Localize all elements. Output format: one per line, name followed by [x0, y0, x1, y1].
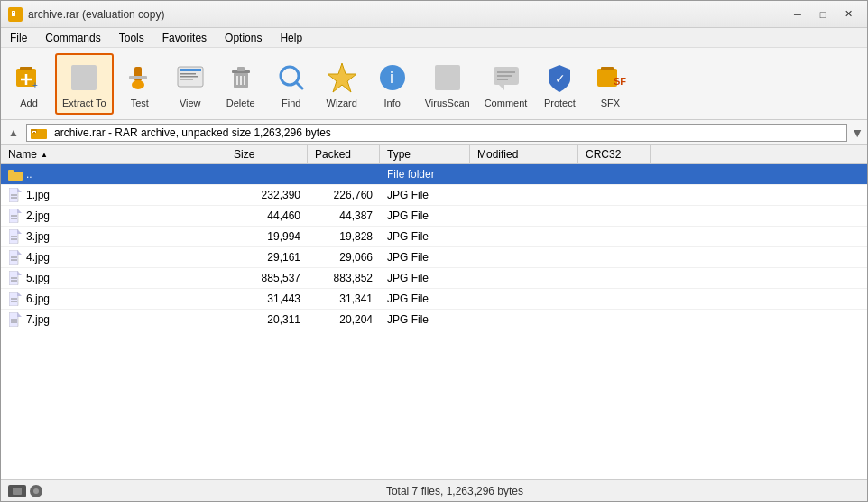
file-type-cell: JPG File	[380, 310, 470, 330]
app-icon	[8, 7, 23, 22]
svg-rect-17	[180, 79, 193, 80]
file-modified-cell	[470, 164, 578, 184]
menu-item-tools[interactable]: Tools	[110, 28, 153, 47]
view-icon	[172, 60, 208, 96]
svg-rect-14	[180, 69, 201, 71]
archive-icon	[31, 126, 47, 139]
address-chevron[interactable]: ▼	[851, 126, 863, 140]
nav-up-button[interactable]: ▲	[5, 124, 23, 142]
svg-marker-50	[17, 209, 22, 213]
table-row[interactable]: 2.jpg44,46044,387JPG File	[1, 206, 867, 227]
file-size-cell: 19,994	[226, 227, 308, 246]
file-crc32-cell	[578, 185, 651, 205]
toolbar-comment-button[interactable]: Comment	[478, 53, 534, 115]
svg-rect-15	[180, 73, 196, 75]
table-row[interactable]: 4.jpg29,16129,066JPG File	[1, 247, 867, 268]
toolbar-add-button[interactable]: +Add	[5, 53, 53, 115]
svg-text:SFX: SFX	[614, 76, 626, 87]
menu-item-options[interactable]: Options	[216, 28, 271, 47]
address-bar: ▲ archive.rar - RAR archive, unpacked si…	[1, 120, 867, 145]
file-packed-cell: 883,852	[308, 268, 380, 288]
file-crc32-cell	[578, 206, 651, 226]
file-name-text: 4.jpg	[26, 251, 50, 264]
file-type-cell: File folder	[380, 164, 470, 184]
title-bar: archive.rar (evaluation copy) ─ □ ✕	[1, 1, 867, 28]
svg-rect-2	[13, 12, 14, 13]
svg-text:✓: ✓	[555, 71, 566, 86]
file-packed-cell: 19,828	[308, 227, 380, 246]
toolbar-test-label: Test	[131, 98, 149, 108]
menu-item-favorites[interactable]: Favorites	[153, 28, 216, 47]
toolbar-extract-to-button[interactable]: Extract To	[55, 53, 114, 115]
table-row[interactable]: 1.jpg232,390226,760JPG File	[1, 185, 867, 206]
file-crc32-cell	[578, 268, 651, 288]
file-name-cell: ..	[1, 164, 226, 184]
table-row[interactable]: 6.jpg31,44331,341JPG File	[1, 289, 867, 310]
svg-marker-70	[17, 312, 22, 317]
file-packed-cell: 226,760	[308, 185, 380, 205]
svg-rect-12	[129, 76, 147, 79]
table-row[interactable]: 7.jpg20,31120,204JPG File	[1, 310, 867, 330]
file-icon	[8, 188, 23, 202]
file-modified-cell	[470, 206, 578, 226]
menu-item-help[interactable]: Help	[271, 28, 311, 47]
table-row[interactable]: ..File folder	[1, 164, 867, 185]
col-header-crc32[interactable]: CRC32	[578, 145, 651, 163]
file-type-cell: JPG File	[380, 185, 470, 205]
svg-text:+: +	[32, 80, 38, 90]
svg-rect-16	[180, 76, 198, 78]
maximize-button[interactable]: □	[811, 5, 835, 23]
svg-rect-29	[435, 65, 460, 90]
column-headers: Name▲SizePackedTypeModifiedCRC32	[1, 145, 867, 164]
file-name-cell: 1.jpg	[1, 185, 226, 205]
svg-marker-31	[499, 85, 504, 90]
col-header-packed[interactable]: Packed	[308, 145, 380, 163]
toolbar-wizard-button[interactable]: Wizard	[318, 53, 366, 115]
table-row[interactable]: 5.jpg885,537883,852JPG File	[1, 268, 867, 289]
col-header-size[interactable]: Size	[226, 145, 308, 163]
file-crc32-cell	[578, 227, 651, 246]
protect-icon: ✓	[541, 60, 577, 96]
file-packed-cell: 44,387	[308, 206, 380, 226]
toolbar-info-button[interactable]: iInfo	[368, 53, 417, 115]
table-row[interactable]: 3.jpg19,99419,828JPG File	[1, 227, 867, 247]
file-modified-cell	[470, 289, 578, 309]
title-bar-controls: ─ □ ✕	[786, 5, 860, 23]
close-button[interactable]: ✕	[836, 5, 860, 23]
file-name-text: 5.jpg	[26, 272, 50, 284]
file-packed-cell: 31,341	[308, 289, 380, 309]
svg-marker-66	[17, 292, 22, 296]
status-text: Total 7 files, 1,263,296 bytes	[50, 485, 860, 497]
toolbar-delete-button[interactable]: Delete	[217, 53, 265, 115]
toolbar-comment-label: Comment	[485, 98, 528, 108]
extract-to-icon	[66, 60, 102, 96]
col-header-type[interactable]: Type	[380, 145, 470, 163]
toolbar-wizard-label: Wizard	[327, 98, 357, 108]
file-name-text: 1.jpg	[26, 189, 50, 201]
menu-item-file[interactable]: File	[1, 28, 36, 47]
col-header-name[interactable]: Name▲	[1, 145, 226, 163]
file-icon	[8, 312, 23, 327]
toolbar-find-button[interactable]: Find	[267, 53, 316, 115]
file-list[interactable]: Name▲SizePackedTypeModifiedCRC32 ..File …	[1, 145, 867, 479]
col-header-modified[interactable]: Modified	[470, 145, 578, 163]
svg-rect-5	[20, 67, 32, 70]
menu-item-commands[interactable]: Commands	[36, 28, 109, 47]
file-size-cell: 20,311	[226, 310, 308, 330]
svg-rect-20	[237, 67, 245, 71]
virusscan-icon	[429, 60, 466, 96]
file-name-cell: 7.jpg	[1, 310, 226, 330]
toolbar-sfx-label: SFX	[601, 98, 620, 108]
minimize-button[interactable]: ─	[786, 5, 809, 23]
toolbar-protect-button[interactable]: ✓Protect	[535, 53, 584, 115]
file-packed-cell	[308, 164, 380, 184]
toolbar-virusscan-button[interactable]: VirusScan	[419, 53, 476, 115]
address-text: archive.rar - RAR archive, unpacked size…	[51, 126, 843, 139]
toolbar-info-label: Info	[384, 98, 401, 108]
file-modified-cell	[470, 310, 578, 330]
toolbar-view-button[interactable]: View	[166, 53, 215, 115]
toolbar-sfx-button[interactable]: SFXSFX	[586, 53, 634, 115]
toolbar-protect-label: Protect	[544, 98, 576, 108]
file-name-cell: 6.jpg	[1, 289, 226, 309]
toolbar-test-button[interactable]: Test	[115, 53, 164, 115]
